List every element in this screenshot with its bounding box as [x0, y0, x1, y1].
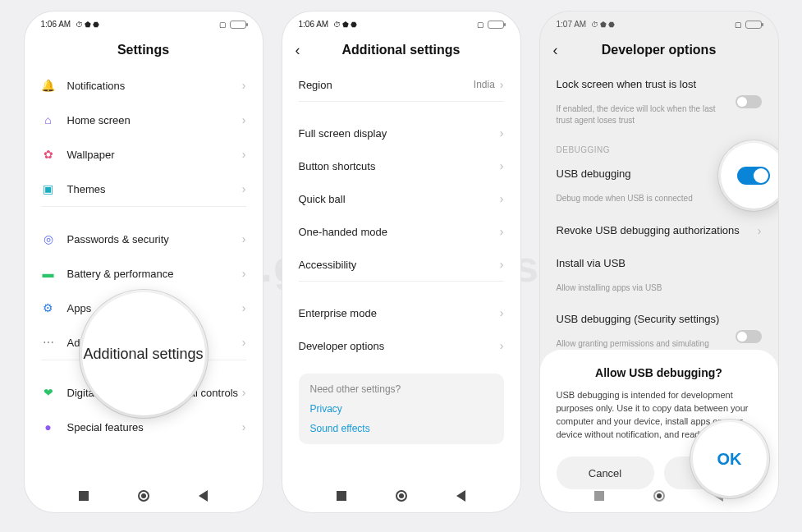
row-label: Apps	[67, 302, 92, 314]
chevron-right-icon: ›	[242, 113, 246, 126]
settings-row[interactable]: Accessibility›	[299, 248, 504, 281]
settings-row[interactable]: Full screen display›	[299, 117, 504, 149]
row-label: Button shortcuts	[299, 160, 376, 172]
battery-icon	[230, 21, 246, 29]
battery-icon	[488, 21, 504, 29]
footer-question: Need other settings?	[310, 383, 493, 395]
settings-row[interactable]: ✿Wallpaper›	[41, 137, 246, 172]
row-label: One-handed mode	[299, 226, 387, 238]
magnified-text: Additional settings	[83, 346, 203, 363]
status-icons-left: ⏱⬟⬣	[332, 20, 357, 29]
settings-row[interactable]: ▬Battery & performance›	[41, 256, 246, 291]
settings-row[interactable]: ◎Passwords & security›	[41, 222, 246, 256]
back-button[interactable]: ‹	[296, 42, 300, 59]
settings-row[interactable]: ⌂Home screen›	[41, 103, 246, 137]
row-label: Developer options	[299, 340, 385, 352]
nav-home-icon[interactable]	[138, 490, 149, 502]
row-label: Passwords & security	[67, 233, 169, 245]
row-label: Enterprise mode	[299, 307, 377, 319]
row-region[interactable]: Region India›	[299, 68, 504, 101]
status-time: 1:06 AM	[299, 20, 329, 29]
row-icon: ⋯	[41, 335, 56, 350]
status-bar: 1:07 AM⏱⬟⬣ ▢	[540, 11, 778, 32]
footer-box: Need other settings? Privacy Sound effec…	[299, 374, 504, 444]
chevron-right-icon: ›	[242, 301, 246, 314]
status-icons-left: ⏱⬟⬣	[74, 20, 99, 29]
toggle-lock-trust[interactable]	[736, 95, 762, 108]
footer-link-sound-effects[interactable]: Sound effects	[310, 423, 493, 434]
nav-recents-icon[interactable]	[79, 491, 89, 501]
chevron-right-icon: ›	[242, 336, 246, 349]
nav-recents-icon[interactable]	[337, 491, 346, 501]
chevron-right-icon: ›	[500, 339, 504, 352]
chevron-right-icon: ›	[242, 232, 246, 245]
ok-text: OK	[717, 450, 742, 469]
footer-link-privacy[interactable]: Privacy	[310, 403, 493, 415]
phone-developer-options: 1:07 AM⏱⬟⬣ ▢ ‹ Developer options Lock sc…	[540, 11, 778, 512]
chevron-right-icon: ›	[500, 159, 504, 172]
android-navbar	[25, 479, 263, 512]
row-icon: ▬	[41, 266, 56, 281]
row-install-via-usb[interactable]: Install via USB Allow installing apps vi…	[557, 247, 762, 304]
settings-row[interactable]: Developer options›	[299, 329, 504, 362]
page-title: Settings	[117, 43, 169, 57]
row-revoke-usb[interactable]: Revoke USB debugging authorizations ›	[557, 214, 762, 247]
status-signal-icon: ▢	[477, 21, 484, 29]
row-label: Home screen	[67, 114, 131, 126]
row-icon: ⌂	[41, 112, 56, 127]
toggle-on-icon	[737, 167, 770, 185]
settings-row[interactable]: 🔔Notifications›	[41, 68, 246, 103]
chevron-right-icon: ›	[242, 79, 246, 92]
row-label: Themes	[67, 183, 106, 195]
row-label: Accessibility	[299, 259, 357, 271]
chevron-right-icon: ›	[500, 225, 504, 238]
row-icon: ✿	[41, 147, 56, 162]
chevron-right-icon: ›	[500, 306, 504, 319]
toggle-usb-security[interactable]	[736, 330, 762, 343]
nav-recents-icon[interactable]	[594, 491, 604, 501]
settings-row[interactable]: One-handed mode›	[299, 215, 504, 248]
chevron-right-icon: ›	[242, 386, 246, 399]
chevron-right-icon: ›	[500, 192, 504, 205]
settings-row[interactable]: Enterprise mode›	[299, 296, 504, 329]
row-sublabel: Debug mode when USB is connected	[557, 193, 693, 204]
status-icons-left: ⏱⬟⬣	[589, 20, 615, 29]
row-label: Wallpaper	[67, 149, 115, 161]
header: Settings	[25, 32, 263, 68]
phone-additional-settings: 1:06 AM⏱⬟⬣ ▢ ‹ Additional settings Regio…	[282, 11, 520, 512]
row-icon: ❤	[41, 385, 56, 400]
nav-home-icon[interactable]	[396, 490, 407, 502]
status-bar: 1:06 AM⏱⬟⬣ ▢	[282, 11, 520, 32]
page-title: Additional settings	[342, 43, 461, 57]
nav-back-icon[interactable]	[456, 490, 465, 502]
row-icon: ◎	[41, 232, 56, 246]
row-sublabel: If enabled, the device will lock when th…	[557, 103, 721, 126]
row-icon: ▣	[41, 181, 56, 196]
settings-row[interactable]: Button shortcuts›	[299, 149, 504, 182]
row-lock-screen-trust[interactable]: Lock screen when trust is lost If enable…	[557, 68, 762, 135]
header: ‹ Developer options	[540, 32, 778, 68]
row-value: India	[474, 79, 495, 90]
chevron-right-icon: ›	[758, 224, 762, 237]
nav-home-icon[interactable]	[653, 490, 665, 502]
settings-row[interactable]: ▣Themes›	[41, 172, 246, 206]
row-label: Install via USB	[557, 257, 626, 269]
phone-settings: 1:06 AM⏱⬟⬣ ▢ Settings 🔔Notifications›⌂Ho…	[25, 11, 263, 512]
chevron-right-icon: ›	[500, 126, 504, 140]
status-time: 1:06 AM	[41, 20, 71, 29]
row-label: USB debugging	[557, 167, 631, 180]
row-sublabel: Allow installing apps via USB	[557, 282, 662, 294]
chevron-right-icon: ›	[242, 420, 246, 433]
row-label: Special features	[67, 421, 144, 433]
page-title: Developer options	[602, 43, 717, 57]
row-label: Region	[299, 79, 332, 91]
back-button[interactable]: ‹	[553, 42, 558, 59]
row-icon: 🔔	[41, 78, 56, 93]
status-signal-icon: ▢	[219, 21, 227, 29]
row-icon: ●	[41, 420, 56, 434]
magnifier-ok-button: OK	[693, 422, 767, 496]
nav-back-icon[interactable]	[199, 490, 208, 502]
row-label: Notifications	[67, 80, 126, 92]
settings-row[interactable]: Quick ball›	[299, 182, 504, 215]
row-icon: ⚙	[41, 300, 56, 315]
